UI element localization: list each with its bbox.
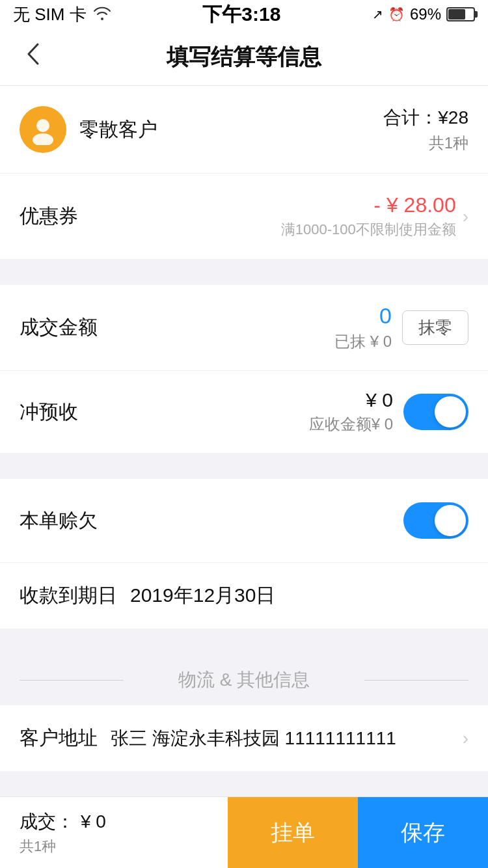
- prepay-label: 冲预收: [20, 399, 78, 426]
- transaction-label: 成交金额: [20, 314, 98, 341]
- battery-percent: 69%: [410, 5, 441, 23]
- hang-button[interactable]: 挂单: [228, 797, 358, 869]
- transaction-amount-stack: 0 已抹 ¥ 0: [334, 303, 392, 352]
- transaction-amount[interactable]: 0: [379, 303, 392, 329]
- bottom-count: 共1种: [20, 837, 208, 856]
- address-chevron-icon: ›: [463, 728, 468, 749]
- prepay-sub: 应收金额¥ 0: [309, 414, 393, 435]
- page-title: 填写结算等信息: [167, 42, 321, 72]
- customer-row: 零散客户 合计：¥28 共1种: [0, 86, 488, 173]
- logistics-header: 物流 & 其他信息: [0, 655, 488, 705]
- prepay-right: ¥ 0 应收金额¥ 0: [309, 389, 468, 435]
- location-icon: ↗: [372, 7, 383, 22]
- address-section: 客户地址 张三 海淀永丰科技园 11111111111 ›: [0, 705, 488, 771]
- bottom-info: 成交： ¥ 0 共1种: [0, 809, 228, 856]
- status-right: ↗ ⏰ 69%: [372, 5, 475, 23]
- prepay-amount-stack: ¥ 0 应收金额¥ 0: [309, 389, 393, 435]
- coupon-desc: 满1000-100不限制使用金额: [281, 220, 456, 239]
- separator-2: [0, 466, 488, 479]
- alarm-icon: ⏰: [388, 7, 405, 22]
- total-count: 共1种: [383, 133, 468, 154]
- avatar: [20, 106, 66, 153]
- transaction-row: 成交金额 0 已抹 ¥ 0 抹零: [0, 285, 488, 371]
- svg-point-0: [36, 119, 49, 132]
- wifi-icon: [93, 5, 111, 25]
- svg-point-1: [33, 133, 53, 145]
- customer-left: 零散客户: [20, 106, 157, 153]
- coupon-label: 优惠券: [20, 203, 78, 230]
- customer-name: 零散客户: [79, 116, 157, 143]
- total-amount: 合计：¥28: [383, 105, 468, 130]
- debt-row: 本单赊欠: [0, 479, 488, 562]
- bottom-transaction-value: ¥ 0: [81, 811, 106, 832]
- debt-label: 本单赊欠: [20, 508, 98, 534]
- ya-zhi-label: 已抹 ¥ 0: [334, 331, 392, 352]
- status-time: 下午3:18: [202, 1, 280, 28]
- separator-1: [0, 272, 488, 285]
- separator-3: [0, 642, 488, 655]
- toggle-knob: [435, 396, 466, 427]
- customer-total: 合计：¥28 共1种: [383, 105, 468, 154]
- bottom-bar: 成交： ¥ 0 共1种 挂单 保存: [0, 796, 488, 868]
- transaction-section: 成交金额 0 已抹 ¥ 0 抹零 冲预收 ¥ 0 应收金额¥ 0: [0, 285, 488, 453]
- coupon-discount: - ¥ 28.00: [281, 193, 456, 217]
- customer-section: 零散客户 合计：¥28 共1种 优惠券 - ¥ 28.00 满1000-100不…: [0, 86, 488, 259]
- prepay-amount: ¥ 0: [366, 389, 393, 411]
- address-row[interactable]: 客户地址 张三 海淀永丰科技园 11111111111 ›: [0, 705, 488, 771]
- debt-toggle-knob: [435, 505, 466, 536]
- address-label: 客户地址: [20, 725, 98, 752]
- chevron-right-icon: ›: [463, 206, 468, 227]
- due-date-value: 2019年12月30日: [130, 582, 275, 609]
- status-bar: 无 SIM 卡 下午3:18 ↗ ⏰ 69%: [0, 0, 488, 29]
- coupon-right: - ¥ 28.00 满1000-100不限制使用金额 ›: [281, 193, 468, 239]
- transaction-right: 0 已抹 ¥ 0 抹零: [334, 303, 468, 352]
- bottom-transaction: 成交： ¥ 0: [20, 809, 208, 834]
- back-button[interactable]: [20, 36, 47, 78]
- round-zero-button[interactable]: 抹零: [402, 310, 468, 345]
- prepay-row: 冲预收 ¥ 0 应收金额¥ 0: [0, 371, 488, 453]
- carrier-label: 无 SIM 卡: [13, 3, 87, 26]
- address-value: 张三 海淀永丰科技园 11111111111: [111, 726, 463, 751]
- debt-section: 本单赊欠 收款到期日 2019年12月30日: [0, 479, 488, 629]
- save-button[interactable]: 保存: [358, 797, 488, 869]
- debt-toggle[interactable]: [403, 502, 468, 539]
- nav-bar: 填写结算等信息: [0, 29, 488, 86]
- due-date-row: 收款到期日 2019年12月30日: [0, 562, 488, 629]
- prepay-toggle[interactable]: [403, 394, 468, 430]
- logistics-title: 物流 & 其他信息: [165, 668, 323, 692]
- coupon-info: - ¥ 28.00 满1000-100不限制使用金额: [281, 193, 456, 239]
- due-date-label: 收款到期日: [20, 582, 117, 609]
- bottom-transaction-label: 成交：: [20, 809, 74, 834]
- coupon-row[interactable]: 优惠券 - ¥ 28.00 满1000-100不限制使用金额 ›: [0, 173, 488, 259]
- status-left: 无 SIM 卡: [13, 3, 111, 26]
- battery-icon: [446, 7, 475, 21]
